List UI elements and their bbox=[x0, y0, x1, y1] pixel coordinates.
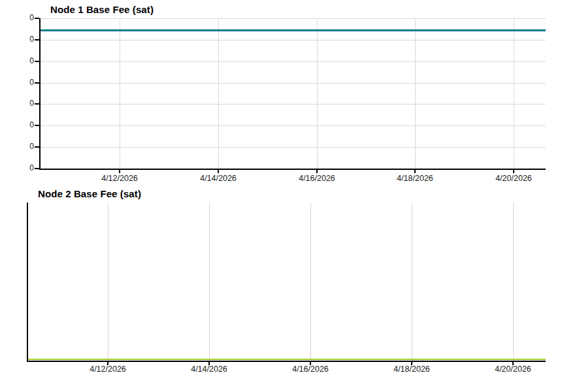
y-axis-line bbox=[27, 203, 28, 362]
chart-title-node-2: Node 2 Base Fee (sat) bbox=[38, 188, 141, 199]
gridline-vertical bbox=[209, 203, 210, 361]
gridline-vertical bbox=[108, 203, 108, 361]
x-tick-label: 4/18/2026 bbox=[382, 365, 441, 374]
series-line bbox=[28, 359, 546, 360]
x-axis-line bbox=[27, 361, 546, 362]
gridline-vertical bbox=[310, 203, 311, 361]
x-tick-label: 4/20/2026 bbox=[484, 365, 542, 374]
gridline-vertical bbox=[412, 203, 412, 361]
gridline-vertical bbox=[513, 203, 514, 361]
fee-report-page: { "page": { "background_color": "#ffffff… bbox=[0, 0, 562, 392]
x-tick-label: 4/14/2026 bbox=[180, 365, 239, 374]
chart-node-2-base-fee: Node 2 Base Fee (sat) 4/12/20264/14/2026… bbox=[0, 0, 562, 392]
x-tick-label: 4/16/2026 bbox=[281, 365, 340, 374]
x-tick-label: 4/12/2026 bbox=[78, 365, 137, 374]
